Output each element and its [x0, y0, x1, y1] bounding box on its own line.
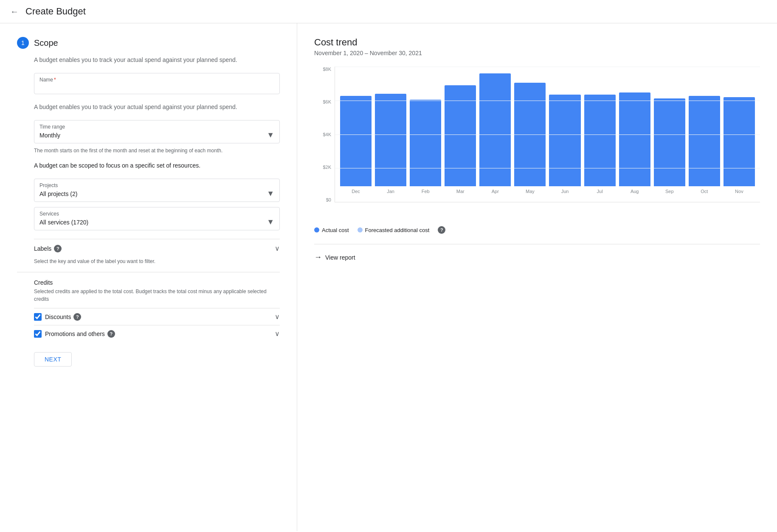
left-panel: 1 Scope A budget enables you to track yo… [0, 23, 297, 531]
bar [375, 94, 406, 186]
bars-container: DecJanFebMarAprMayJunJulAugSepOctNov [335, 67, 760, 194]
bar-label: Mar [456, 189, 465, 194]
bar [340, 96, 372, 186]
bar-label: Dec [352, 189, 360, 194]
bar-col: Oct [689, 67, 720, 194]
bar [584, 95, 616, 186]
y-label-2k: $2K [323, 165, 331, 170]
bar-col: Jul [584, 67, 616, 194]
y-label-6k: $6K [323, 99, 331, 104]
promotions-row: Promotions and others ? ∨ [34, 325, 280, 342]
step-indicator: 1 [17, 37, 29, 49]
bar-col: Jun [549, 67, 580, 194]
promotions-label: Promotions and others ? [45, 330, 115, 338]
credits-desc: Selected credits are applied to the tota… [34, 288, 280, 303]
bar-label: Oct [701, 189, 708, 194]
bar-col: May [514, 67, 546, 194]
labels-row[interactable]: Labels ? ∨ [34, 239, 280, 258]
bar [479, 73, 511, 186]
bar [724, 97, 755, 186]
promotions-checkbox[interactable] [34, 330, 42, 338]
page-header: ← Create Budget [0, 0, 777, 23]
discounts-left: Discounts ? [34, 313, 81, 321]
discounts-checkbox[interactable] [34, 313, 42, 321]
name-label: Name * [39, 77, 274, 83]
time-range-hint: The month starts on the first of the mon… [34, 147, 280, 154]
legend-actual-dot [314, 227, 319, 232]
back-button[interactable]: ← [10, 7, 19, 17]
discounts-label: Discounts ? [45, 313, 81, 321]
discounts-help-icon[interactable]: ? [73, 313, 81, 321]
bar-col: Feb [410, 67, 441, 194]
bar-label: Sep [665, 189, 674, 194]
page-title: Create Budget [25, 6, 86, 17]
credits-title: Credits [34, 279, 280, 286]
projects-arrow-icon: ▼ [267, 189, 274, 198]
bar-label: Nov [735, 189, 743, 194]
time-range-label: Time range [39, 124, 274, 130]
y-label-0: $0 [326, 197, 331, 202]
chart-help-icon[interactable]: ? [438, 226, 445, 234]
y-label-4k: $4K [323, 132, 331, 137]
discounts-row: Discounts ? ∨ [34, 308, 280, 325]
time-range-dropdown[interactable]: Time range Monthly ▼ [34, 120, 280, 143]
bar-label: Apr [492, 189, 499, 194]
bar-label: May [526, 189, 535, 194]
name-input[interactable] [39, 84, 274, 90]
cost-trend-title: Cost trend [314, 37, 760, 48]
required-star: * [54, 77, 56, 83]
bar [619, 92, 650, 186]
name-input-wrapper: Name * [34, 73, 280, 94]
bar-label: Aug [631, 189, 639, 194]
bar-col: Dec [340, 67, 372, 194]
legend-forecasted-dot [358, 227, 363, 232]
services-value: All services (1720) ▼ [39, 218, 274, 227]
labels-desc: Select the key and value of the label yo… [34, 258, 280, 265]
scope-section-header: 1 Scope [17, 37, 280, 49]
view-report-label: View report [325, 254, 355, 261]
bar-label: Feb [422, 189, 430, 194]
bar-label: Jan [387, 189, 394, 194]
labels-section: Labels ? ∨ Select the key and value of t… [17, 239, 280, 265]
bar-col: Nov [724, 67, 755, 194]
bar-col: Aug [619, 67, 650, 194]
projects-dropdown[interactable]: Projects All projects (2) ▼ [34, 179, 280, 202]
scope-form: A budget enables you to track your actua… [17, 56, 280, 230]
promotions-chevron-icon: ∨ [275, 330, 280, 338]
projects-label: Projects [39, 182, 274, 188]
cost-trend-date: November 1, 2020 – November 30, 2021 [314, 50, 760, 56]
bar-col: Apr [479, 67, 511, 194]
next-button-wrapper: NEXT [17, 342, 280, 367]
next-button[interactable]: NEXT [34, 352, 72, 367]
labels-chevron-icon: ∨ [275, 244, 280, 252]
bar [549, 95, 580, 186]
bar-label: Jun [561, 189, 569, 194]
promotions-help-icon[interactable]: ? [107, 330, 115, 338]
chart-bars-area: DecJanFebMarAprMayJunJulAugSepOctNov [335, 67, 760, 202]
bar [410, 100, 441, 186]
services-dropdown[interactable]: Services All services (1720) ▼ [34, 207, 280, 230]
labels-title: Labels ? [34, 245, 62, 252]
back-arrow-icon: ← [10, 7, 19, 17]
bar [445, 85, 476, 186]
time-range-arrow-icon: ▼ [267, 131, 274, 140]
bar-col: Sep [654, 67, 685, 194]
legend-actual: Actual cost [314, 227, 349, 233]
scope-desc1: A budget enables you to track your actua… [34, 56, 280, 64]
main-content: 1 Scope A budget enables you to track yo… [0, 23, 777, 531]
bar-col: Jan [375, 67, 406, 194]
y-label-8k: $8K [323, 67, 331, 72]
scope-resources-desc: A budget can be scoped to focus on a spe… [34, 161, 280, 170]
discounts-chevron-icon: ∨ [275, 313, 280, 321]
promotions-left: Promotions and others ? [34, 330, 115, 338]
bar [514, 83, 546, 186]
y-axis: $8K $6K $4K $2K $0 [314, 67, 331, 202]
services-label: Services [39, 211, 274, 217]
bar-label: Jul [597, 189, 603, 194]
view-report-row[interactable]: → View report [314, 244, 760, 262]
labels-help-icon[interactable]: ? [54, 245, 62, 252]
credits-section: Credits Selected credits are applied to … [17, 272, 280, 342]
chart-legend: Actual cost Forecasted additional cost ? [314, 226, 760, 234]
bar [654, 98, 685, 186]
time-range-value: Monthly ▼ [39, 131, 274, 140]
